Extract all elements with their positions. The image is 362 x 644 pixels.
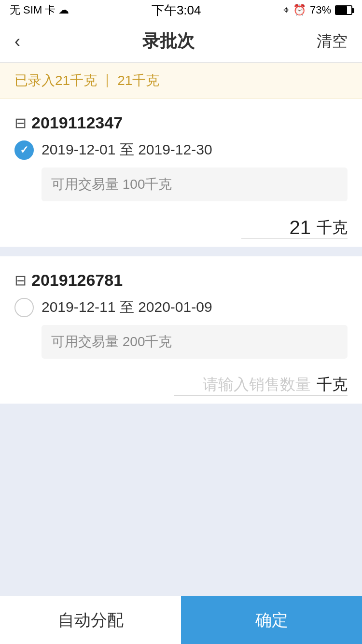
- batch2-input-placeholder: 请输入销售数量: [203, 374, 311, 395]
- batch1-radio[interactable]: [14, 140, 34, 160]
- info-banner: 已录入21千克 21千克: [0, 63, 362, 99]
- batch1-date-row: 2019-12-01 至 2019-12-30: [14, 140, 348, 160]
- nav-bar: ‹ 录批次 清空: [0, 20, 362, 63]
- batch2-input-row[interactable]: 请输入销售数量 千克: [0, 366, 362, 395]
- batch2-header: ⊟ 2019126781: [14, 271, 348, 290]
- status-bar: 无 SIM 卡 ☁ 下午3:04 ⌖ ⏰ 73%: [0, 0, 362, 20]
- bottom-bar: 自动分配 确定: [0, 596, 362, 644]
- page-title: 录批次: [142, 29, 195, 53]
- batch2-date: 2019-12-11 至 2020-01-09: [42, 297, 212, 317]
- auto-distribute-button[interactable]: 自动分配: [0, 596, 181, 644]
- batch-item-2: ⊟ 2019126781 2019-12-11 至 2020-01-09 可用交…: [0, 256, 362, 404]
- batch2-availability-text: 可用交易量 200千克: [51, 334, 172, 349]
- clear-button[interactable]: 清空: [317, 31, 348, 52]
- batch2-unit: 千克: [317, 374, 348, 395]
- batch1-header: ⊟ 2019112347: [14, 113, 348, 132]
- batch2-availability: 可用交易量 200千克: [42, 325, 348, 359]
- batch2-radio[interactable]: [14, 298, 34, 317]
- batch2-date-row: 2019-12-11 至 2020-01-09: [14, 297, 348, 317]
- back-button[interactable]: ‹: [14, 31, 20, 52]
- batch2-underline: [174, 395, 348, 396]
- empty-area: [0, 404, 362, 606]
- total-label: 21千克: [117, 71, 159, 90]
- batch2-id: 2019126781: [31, 271, 123, 290]
- recorded-label: 已录入21千克: [14, 71, 97, 90]
- batch2-icon: ⊟: [14, 272, 27, 289]
- location-icon: ⌖: [283, 4, 289, 16]
- status-left: 无 SIM 卡 ☁: [10, 3, 69, 17]
- battery-icon: [335, 5, 352, 15]
- section-separator-1: [0, 247, 362, 256]
- batch1-icon: ⊟: [14, 114, 27, 131]
- battery-label: 73%: [310, 4, 331, 16]
- status-time: 下午3:04: [152, 2, 201, 19]
- batch-item-1: ⊟ 2019112347 2019-12-01 至 2019-12-30 可用交…: [0, 99, 362, 247]
- batch1-quantity-row: 21 千克: [0, 209, 362, 238]
- sim-label: 无 SIM 卡 ☁: [10, 3, 69, 17]
- alarm-icon: ⏰: [293, 4, 306, 16]
- batch2-underline-wrap: [0, 395, 362, 404]
- batch1-underline: [241, 238, 348, 239]
- batch1-quantity-unit: 千克: [317, 217, 348, 238]
- batch1-date: 2019-12-01 至 2019-12-30: [42, 140, 212, 160]
- batch1-id: 2019112347: [31, 113, 123, 132]
- status-right: ⌖ ⏰ 73%: [283, 4, 352, 16]
- batch1-quantity-value: 21: [290, 217, 311, 238]
- batch1-underline-wrap: [0, 238, 362, 247]
- batch1-availability-text: 可用交易量 100千克: [51, 177, 172, 192]
- banner-divider: [107, 74, 108, 87]
- batch1-availability: 可用交易量 100千克: [42, 168, 348, 201]
- confirm-button[interactable]: 确定: [181, 596, 362, 644]
